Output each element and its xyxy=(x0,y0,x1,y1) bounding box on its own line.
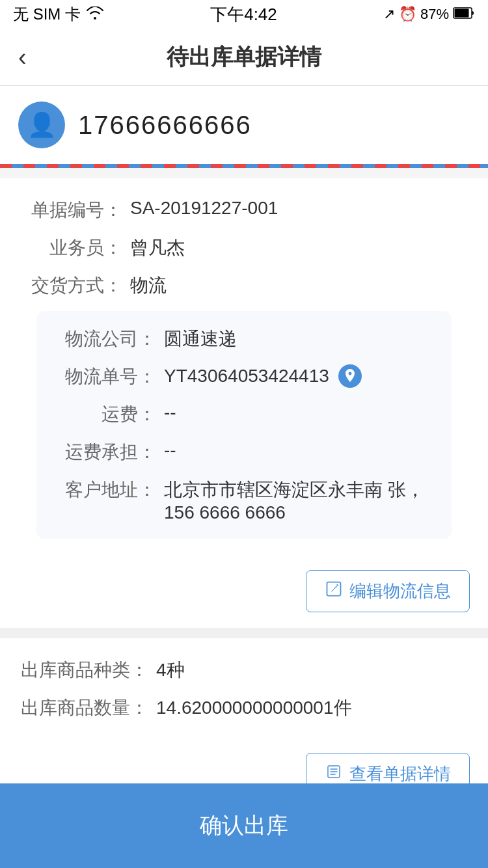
page-title: 待出库单据详情 xyxy=(167,42,321,72)
address-label: 客户地址： xyxy=(52,478,156,502)
edit-btn-label: 编辑物流信息 xyxy=(349,580,451,603)
address-value: 北京市市辖区海淀区永丰南 张，156 6666 6666 xyxy=(156,478,436,523)
user-phone: 17666666666 xyxy=(78,111,252,140)
delivery-label: 交货方式： xyxy=(18,273,122,298)
goods-section: 出库商品种类： 4种 出库商品数量： 14.620000000000001件 xyxy=(0,638,488,746)
goods-quantity-row: 出库商品数量： 14.620000000000001件 xyxy=(18,696,470,720)
goods-quantity-value: 14.620000000000001件 xyxy=(148,696,352,720)
delivery-value: 物流 xyxy=(122,273,470,298)
edit-icon xyxy=(325,580,343,603)
edit-logistics-button[interactable]: 编辑物流信息 xyxy=(306,570,470,612)
battery-label: 87% xyxy=(420,6,449,23)
wifi-icon xyxy=(86,5,104,23)
confirm-btn-container: 确认出库 xyxy=(0,783,488,868)
tracking-row: 物流单号： YT43064053424413 xyxy=(52,364,436,389)
salesman-row: 业务员： 曾凡杰 xyxy=(18,236,470,260)
logistics-company-value: 圆通速递 xyxy=(156,327,436,351)
basic-info-section: 单据编号： SA-20191227-001 业务员： 曾凡杰 交货方式： 物流 … xyxy=(0,178,488,570)
delivery-row: 交货方式： 物流 xyxy=(18,273,470,298)
freight-bearer-label: 运费承担： xyxy=(52,440,156,465)
list-icon xyxy=(325,764,343,784)
logistics-company-label: 物流公司： xyxy=(52,327,156,351)
battery-icon xyxy=(453,6,475,23)
user-header: 👤 17666666666 xyxy=(0,86,488,164)
nav-bar: ‹ 待出库单据详情 xyxy=(0,29,488,86)
freight-label: 运费： xyxy=(52,402,156,427)
edit-btn-container: 编辑物流信息 xyxy=(0,570,488,628)
section-divider xyxy=(0,628,488,638)
status-bar: 无 SIM 卡 下午4:42 ↗ ⏰ 87% xyxy=(0,0,488,29)
avatar-icon: 👤 xyxy=(27,111,57,139)
order-no-row: 单据编号： SA-20191227-001 xyxy=(18,198,470,223)
freight-value: -- xyxy=(156,402,436,423)
logistics-card: 物流公司： 圆通速递 物流单号： YT43064053424413 运费： --… xyxy=(36,311,452,539)
back-button[interactable]: ‹ xyxy=(18,45,27,70)
carrier-label: 无 SIM 卡 xyxy=(13,4,81,25)
svg-rect-1 xyxy=(454,9,468,18)
goods-type-row: 出库商品种类： 4种 xyxy=(18,658,470,683)
order-no-value: SA-20191227-001 xyxy=(122,198,470,219)
salesman-label: 业务员： xyxy=(18,236,122,260)
address-row: 客户地址： 北京市市辖区海淀区永丰南 张，156 6666 6666 xyxy=(52,478,436,523)
location-icon: ↗ xyxy=(383,6,395,23)
tracking-value: YT43064053424413 xyxy=(164,366,329,387)
goods-type-value: 4种 xyxy=(148,658,185,683)
status-time: 下午4:42 xyxy=(210,3,277,26)
salesman-value: 曾凡杰 xyxy=(122,236,470,260)
goods-quantity-label: 出库商品数量： xyxy=(18,696,148,720)
order-no-label: 单据编号： xyxy=(18,198,122,223)
dashed-separator xyxy=(0,164,488,168)
view-detail-label: 查看单据详情 xyxy=(349,763,451,785)
avatar: 👤 xyxy=(18,102,65,148)
freight-row: 运费： -- xyxy=(52,402,436,427)
logistics-company-row: 物流公司： 圆通速递 xyxy=(52,327,436,351)
tracking-value-container: YT43064053424413 xyxy=(156,364,436,388)
location-icon[interactable] xyxy=(338,364,362,388)
tracking-label: 物流单号： xyxy=(52,364,156,389)
alarm-icon: ⏰ xyxy=(399,6,416,23)
freight-bearer-row: 运费承担： -- xyxy=(52,440,436,465)
freight-bearer-value: -- xyxy=(156,440,436,461)
confirm-button[interactable]: 确认出库 xyxy=(0,796,488,855)
goods-type-label: 出库商品种类： xyxy=(18,658,148,683)
status-right: ↗ ⏰ 87% xyxy=(383,6,475,23)
status-left: 无 SIM 卡 xyxy=(13,4,104,25)
